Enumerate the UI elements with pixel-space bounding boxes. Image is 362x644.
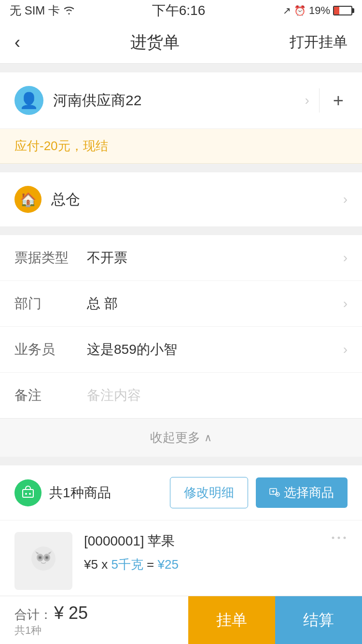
collapse-label: 收起更多 <box>150 429 200 446</box>
warehouse-icon-wrap: 🏠 <box>14 186 42 213</box>
supplier-name: 河南供应商22 <box>53 91 305 111</box>
carrier-text: 无 SIM 卡 <box>10 3 60 18</box>
product-owl-icon <box>27 542 60 581</box>
staff-row[interactable]: 业务员 这是859的小智 › <box>0 327 362 373</box>
product-multiply: x <box>101 557 111 572</box>
dept-value: 总 部 <box>77 294 343 313</box>
alarm-icon: ⏰ <box>294 5 306 16</box>
product-section: 共1种商品 修改明细 选择商品 <box>0 465 362 602</box>
invoice-chevron-icon: › <box>343 250 348 266</box>
footer: 合计： ¥ 25 共1种 挂单 结算 <box>0 596 362 644</box>
product-total: ¥25 <box>158 557 179 572</box>
supplier-row[interactable]: 👤 河南供应商22 › + <box>0 72 362 129</box>
staff-value: 这是859的小智 <box>77 340 343 359</box>
supplier-avatar: 👤 <box>14 86 43 115</box>
battery-icon <box>333 6 352 15</box>
svg-point-11 <box>46 557 48 559</box>
warehouse-name: 总仓 <box>51 190 343 210</box>
total-label: 合计： <box>14 606 52 623</box>
invoice-row[interactable]: 票据类型 不开票 › <box>0 235 362 281</box>
supplier-card: 👤 河南供应商22 › + 应付-20元，现结 <box>0 72 362 164</box>
status-time: 下午6:16 <box>152 1 206 20</box>
status-left: 无 SIM 卡 <box>10 3 74 18</box>
product-info: [0000001] 苹果 ¥5 x 5千克 = ¥25 <box>84 532 330 573</box>
form-section: 票据类型 不开票 › 部门 总 部 › 业务员 这是859的小智 › 备注 备注… <box>0 235 362 457</box>
settle-button[interactable]: 结算 <box>275 596 362 644</box>
svg-point-5 <box>31 546 56 571</box>
status-right: ↗ ⏰ 19% <box>283 4 352 17</box>
person-icon: 👤 <box>19 91 39 110</box>
battery-text: 19% <box>309 4 330 17</box>
warehouse-icon: 🏠 <box>20 192 37 208</box>
svg-point-14 <box>344 537 346 539</box>
select-product-label: 选择商品 <box>284 484 334 501</box>
section-gap-1 <box>0 64 362 72</box>
back-button[interactable]: ‹ <box>14 32 20 53</box>
product-more-button[interactable] <box>330 532 348 542</box>
product-equals: = <box>147 557 157 572</box>
dept-label: 部门 <box>14 294 77 313</box>
product-thumbnail <box>14 532 72 590</box>
product-item: [0000001] 苹果 ¥5 x 5千克 = ¥25 <box>0 520 362 602</box>
wifi-icon <box>64 4 74 17</box>
select-product-button[interactable]: 选择商品 <box>256 477 348 508</box>
svg-point-1 <box>25 493 27 495</box>
product-qty: 5千克 <box>111 557 143 572</box>
product-price-row: ¥5 x 5千克 = ¥25 <box>84 556 330 573</box>
select-product-icon <box>269 486 280 500</box>
dept-row[interactable]: 部门 总 部 › <box>0 281 362 327</box>
product-count-icon <box>14 479 42 506</box>
product-code: [0000001] <box>84 533 144 548</box>
remark-label: 备注 <box>14 386 77 405</box>
page-title: 进货单 <box>130 31 180 54</box>
nav-bar: ‹ 进货单 打开挂单 <box>0 21 362 64</box>
remark-input[interactable]: 备注内容 <box>77 386 348 405</box>
section-gap-3 <box>0 226 362 235</box>
svg-rect-0 <box>23 490 33 497</box>
product-price: ¥5 <box>84 557 98 572</box>
svg-point-2 <box>29 493 31 495</box>
staff-label: 业务员 <box>14 340 77 359</box>
hold-order-button[interactable]: 挂单 <box>188 596 275 644</box>
warehouse-row[interactable]: 🏠 总仓 › <box>0 172 362 226</box>
collapse-row[interactable]: 收起更多 ∧ <box>0 418 362 457</box>
section-gap-2 <box>0 164 362 172</box>
add-supplier-button[interactable]: + <box>329 90 348 111</box>
collapse-chevron-icon: ∧ <box>204 432 212 444</box>
dept-chevron-icon: › <box>343 296 348 311</box>
notice-banner: 应付-20元，现结 <box>0 129 362 164</box>
product-header: 共1种商品 修改明细 选择商品 <box>0 465 362 520</box>
product-name: [0000001] 苹果 <box>84 532 330 550</box>
location-icon: ↗ <box>283 5 291 16</box>
warehouse-card[interactable]: 🏠 总仓 › <box>0 172 362 226</box>
status-bar: 无 SIM 卡 下午6:16 ↗ ⏰ 19% <box>0 0 362 21</box>
invoice-value: 不开票 <box>77 249 343 267</box>
chevron-right-icon: › <box>305 93 309 108</box>
total-sub: 共1种 <box>14 623 174 638</box>
product-count-label: 共1种商品 <box>49 484 170 502</box>
invoice-label: 票据类型 <box>14 249 77 267</box>
open-hold-button[interactable]: 打开挂单 <box>290 32 348 52</box>
svg-point-13 <box>338 537 340 539</box>
svg-point-10 <box>39 557 41 559</box>
staff-chevron-icon: › <box>343 342 348 357</box>
product-title: 苹果 <box>148 533 175 548</box>
modify-detail-button[interactable]: 修改明细 <box>170 477 248 508</box>
footer-total: 合计： ¥ 25 共1种 <box>0 596 188 644</box>
supplier-divider <box>319 88 320 112</box>
total-amount: ¥ 25 <box>54 603 88 623</box>
warehouse-chevron-icon: › <box>343 192 348 207</box>
svg-point-12 <box>332 537 334 539</box>
remark-row[interactable]: 备注 备注内容 <box>0 373 362 418</box>
